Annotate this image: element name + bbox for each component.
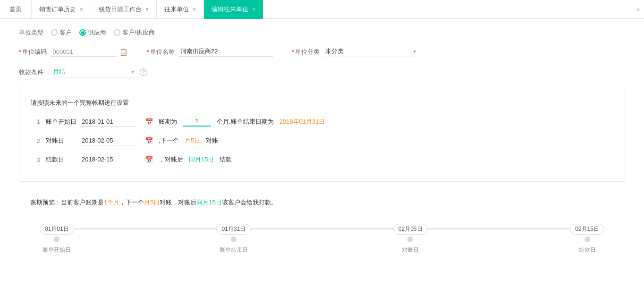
row-1-type: 账单开始日 [46, 118, 74, 126]
unit-category-arrow: ▾ [413, 48, 416, 55]
unit-code-input[interactable] [51, 47, 117, 57]
unit-code-star: * [19, 48, 21, 56]
row-3-type: 结款日 [46, 155, 74, 164]
tab-edit-partner-label: 编辑往来单位 [212, 5, 248, 14]
timeline-node-2: 02月05日 对账日 [393, 224, 428, 254]
period-months-input[interactable] [183, 117, 211, 127]
timeline-dot-1 [231, 236, 237, 242]
unit-name-star: * [146, 48, 149, 56]
unit-category-label: 单位分类 [295, 48, 320, 56]
unit-type-row: 单位类型 客户 供应商 客户/供应商 [19, 28, 625, 37]
timeline-nodes: 01月01日 账单开始日 01月31日 账单结束日 02月05日 对账日 02月… [40, 224, 604, 254]
payment-date-calendar-icon[interactable]: 📅 [145, 156, 153, 163]
timeline-label-1: 账单结束日 [220, 246, 248, 254]
tab-cash-daily-label: 钱货日清工作台 [99, 5, 142, 14]
payment-condition-arrow: ▾ [131, 68, 134, 75]
timeline-dot-2 [407, 236, 413, 242]
preview-date2: 同月15日 [196, 199, 221, 206]
reconciliation-date-input[interactable] [80, 136, 136, 145]
row-2-suffix: 对账 [206, 136, 218, 145]
payment-condition-value: 月结 [53, 68, 129, 76]
timeline-dot-0 [54, 236, 59, 242]
payment-condition-dropdown[interactable]: 月结 ▾ [51, 67, 136, 77]
row-1-period-label: 账期为 [159, 118, 177, 126]
timeline-label-0: 账单开始日 [42, 246, 71, 254]
preview-suffix: 该客户会给我打款。 [222, 199, 277, 206]
timeline-label-2: 对账日 [402, 246, 419, 254]
timeline: 01月01日 账单开始日 01月31日 账单结束日 02月05日 对账日 02月… [40, 219, 604, 268]
tab-edit-partner[interactable]: 编辑往来单位 × [204, 0, 263, 19]
preview-period: 1个月 [104, 199, 119, 206]
preview-text: 账期预览：当前客户账期是1个月，下一个月5日对账，对账后同月15日该客户会给我打… [30, 197, 614, 208]
unit-name-label: 单位名称 [150, 48, 175, 56]
tab-cash-daily-close[interactable]: × [145, 6, 149, 13]
payment-condition-label: 收款条件 [19, 68, 43, 76]
timeline-tag-3: 02月15日 [570, 224, 604, 235]
tab-edit-partner-close[interactable]: × [252, 6, 255, 13]
tab-partner-label: 往来单位 [164, 5, 189, 14]
period-settings-card: 请按照未来的一个完整帐期进行设置 1 账单开始日 📅 账期为 个月,账单结束日期… [19, 87, 625, 182]
row-2-prefix: ,下一个 [159, 136, 179, 145]
unit-category-dropdown[interactable]: 未分类 ▾ [323, 46, 418, 57]
radio-both-label: 客户/供应商 [122, 28, 155, 37]
unit-type-label: 单位类型 [19, 28, 43, 37]
tab-sales-history-close[interactable]: × [80, 6, 83, 13]
radio-supplier-circle [79, 29, 86, 36]
timeline-tag-2: 02月05日 [393, 224, 428, 235]
unit-code-label: 单位编码 [22, 48, 47, 56]
row-2-type: 对账日 [46, 136, 74, 145]
payment-date-input[interactable] [80, 155, 136, 164]
preview-section: 账期预览：当前客户账期是1个月，下一个月5日对账，对账后同月15日该客户会给我打… [19, 189, 625, 276]
row-1-number: 1 [31, 118, 40, 125]
tab-overflow-arrow[interactable]: › [632, 5, 644, 14]
radio-supplier-label: 供应商 [88, 28, 106, 37]
unit-code-copy-icon[interactable]: 📋 [119, 48, 127, 56]
row-3-highlight: 同月15日 [189, 155, 214, 164]
payment-date-row: 3 结款日 📅 ，对账后 同月15日 结款 [31, 155, 613, 164]
unit-category-star: * [292, 48, 294, 56]
row-2-number: 2 [31, 137, 40, 144]
unit-name-input[interactable] [178, 47, 273, 57]
preview-middle2: 对账，对账后 [160, 199, 196, 206]
timeline-dot-3 [585, 236, 590, 242]
timeline-label-3: 结款日 [579, 246, 596, 254]
unit-type-radio-group: 客户 供应商 客户/供应商 [51, 28, 155, 37]
timeline-node-0: 01月01日 账单开始日 [40, 224, 74, 254]
unit-category-value: 未分类 [325, 47, 411, 56]
radio-both[interactable]: 客户/供应商 [114, 28, 155, 37]
radio-supplier[interactable]: 供应商 [79, 28, 106, 37]
tab-partner-close[interactable]: × [193, 6, 196, 13]
radio-customer[interactable]: 客户 [51, 28, 72, 37]
row-1-end-date: 2018年01月31日 [280, 118, 325, 126]
tab-cash-daily[interactable]: 钱货日清工作台 × [91, 0, 157, 19]
billing-start-calendar-icon[interactable]: 📅 [145, 118, 153, 126]
billing-start-row: 1 账单开始日 📅 账期为 个月,账单结束日期为 2018年01月31日 [31, 117, 613, 127]
radio-both-circle [114, 29, 120, 36]
unit-info-row: * 单位编码 📋 * 单位名称 * 单位分类 未分类 ▾ [19, 46, 625, 57]
row-3-number: 3 [31, 156, 40, 163]
preview-middle1: ，下一个 [119, 199, 144, 206]
tab-sales-history-label: 销售订单历史 [39, 5, 76, 14]
row-3-prefix: ，对账后 [159, 155, 183, 164]
card-title: 请按照未来的一个完整帐期进行设置 [31, 99, 613, 107]
reconciliation-row: 2 对账日 📅 ,下一个 月5日 对账 [31, 136, 613, 145]
row-2-highlight: 月5日 [185, 136, 200, 145]
timeline-tag-0: 01月01日 [40, 224, 74, 235]
timeline-node-1: 01月31日 账单结束日 [216, 224, 251, 254]
preview-date1: 月5日 [144, 199, 160, 206]
row-3-suffix: 结款 [220, 155, 232, 164]
payment-condition-help-icon[interactable]: ? [140, 68, 147, 76]
tab-bar: 首页 销售订单历史 × 钱货日清工作台 × 往来单位 × 编辑往来单位 × › [0, 0, 644, 19]
radio-customer-label: 客户 [59, 28, 72, 37]
row-1-period-unit: 个月,账单结束日期为 [217, 118, 274, 126]
preview-prefix: 账期预览：当前客户账期是 [30, 199, 104, 206]
unit-name-field: * 单位名称 [146, 47, 272, 57]
tab-partner[interactable]: 往来单位 × [157, 0, 204, 19]
tab-home[interactable]: 首页 [0, 0, 32, 19]
payment-condition-row: 收款条件 月结 ▾ ? [19, 67, 625, 77]
tab-sales-history[interactable]: 销售订单历史 × [32, 0, 91, 19]
timeline-tag-1: 01月31日 [216, 224, 251, 235]
radio-customer-circle [51, 29, 58, 36]
reconciliation-calendar-icon[interactable]: 📅 [145, 137, 153, 144]
billing-start-date-input[interactable] [80, 117, 136, 127]
